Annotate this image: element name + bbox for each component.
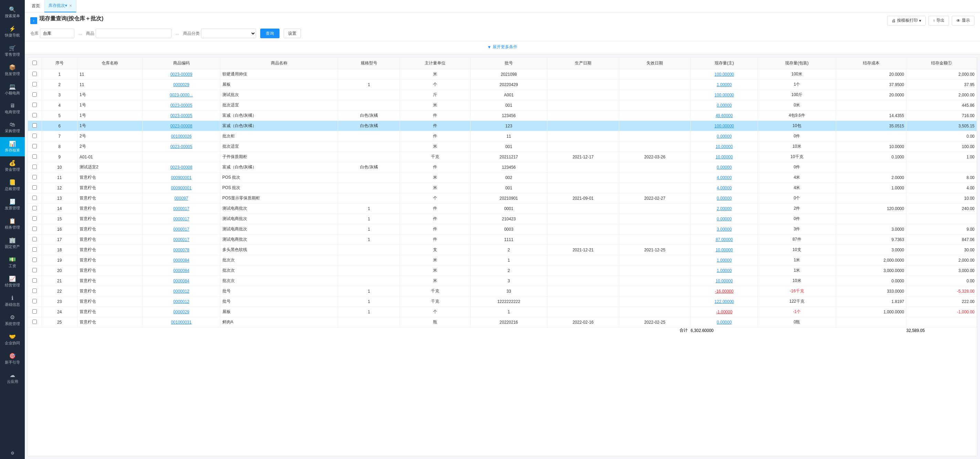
cell-qty-main[interactable]: 10.00000 xyxy=(690,245,757,255)
row-checkbox[interactable] xyxy=(32,103,37,107)
cell-qty-main[interactable]: 1.00000 xyxy=(690,255,757,266)
row-checkbox[interactable] xyxy=(32,154,37,159)
sidebar-item-assets[interactable]: 🏢 固定资产 xyxy=(0,233,25,253)
cell-qty-main[interactable]: 0.00000 xyxy=(690,162,757,172)
row-checkbox[interactable] xyxy=(32,288,37,293)
sidebar-item-invoice[interactable]: 🧾 发票管理 xyxy=(0,195,25,214)
cell-code[interactable]: 0023-00005 xyxy=(143,110,220,121)
cell-code[interactable]: 0000017 xyxy=(143,234,220,245)
cell-code[interactable]: 001000026 xyxy=(143,131,220,142)
sidebar-item-guide[interactable]: 🎯 新手引导 xyxy=(0,349,25,368)
cell-code[interactable]: 0023-0000... xyxy=(143,90,220,100)
sidebar-item-ledger[interactable]: 📒 总账管理 xyxy=(0,175,25,195)
sidebar-item-search[interactable]: 🔍 搜索菜单 xyxy=(0,3,25,22)
sidebar-item-retail[interactable]: 🛒 零售管理 xyxy=(0,41,25,61)
sidebar-item-operations[interactable]: 📈 经营管理 xyxy=(0,272,25,291)
display-button[interactable]: 👁 显示 xyxy=(952,16,975,26)
sidebar-settings[interactable]: ⚙ xyxy=(0,447,25,459)
cell-qty-main[interactable]: 0.00000 xyxy=(690,193,757,204)
nav-tab-home[interactable]: 首页 xyxy=(27,0,45,13)
sidebar-item-system[interactable]: ⚙ 系统管理 xyxy=(0,311,25,330)
setting-button[interactable]: 设置 xyxy=(284,29,301,38)
sidebar-item-basic-info[interactable]: ℹ 基础信息 xyxy=(0,291,25,311)
query-button[interactable]: 查询 xyxy=(260,29,280,38)
row-checkbox[interactable] xyxy=(32,258,37,262)
cell-qty-main[interactable]: 3.00000 xyxy=(690,224,757,234)
cell-qty-main[interactable]: 0.00000 xyxy=(690,214,757,224)
row-checkbox[interactable] xyxy=(32,206,37,210)
row-checkbox[interactable] xyxy=(32,72,37,76)
cell-qty-main[interactable]: 10.00000 xyxy=(690,152,757,162)
cell-code[interactable]: 001000031 xyxy=(143,317,220,327)
select-all-checkbox[interactable] xyxy=(32,61,37,65)
sidebar-item-wholesale[interactable]: 📦 批发管理 xyxy=(0,61,25,80)
cell-qty-main[interactable]: 0.00000 xyxy=(690,100,757,110)
row-checkbox[interactable] xyxy=(32,92,37,97)
cell-code[interactable]: 0000017 xyxy=(143,204,220,214)
cell-qty-main[interactable]: -16.00000 xyxy=(690,286,757,296)
cell-qty-main[interactable]: 0.00000 xyxy=(690,317,757,327)
cell-qty-main[interactable]: 100.00000 xyxy=(690,69,757,80)
cell-qty-main[interactable]: 100.00000 xyxy=(690,121,757,131)
cell-code[interactable]: 0000084 xyxy=(143,276,220,286)
print-button[interactable]: 🖨 按模板打印 ▾ xyxy=(887,16,926,26)
cell-qty-main[interactable]: 10.00000 xyxy=(690,142,757,152)
cell-code[interactable]: 0023-00008 xyxy=(143,121,220,131)
sidebar-item-cloud[interactable]: ☁ 云应用 xyxy=(0,368,25,388)
warehouse-dots[interactable]: ... xyxy=(78,31,82,36)
nav-tab-inventory-batch[interactable]: 库存批次▾ ✕ xyxy=(45,0,76,13)
row-checkbox[interactable] xyxy=(32,175,37,179)
cell-qty-main[interactable]: 10.00000 xyxy=(690,276,757,286)
row-checkbox[interactable] xyxy=(32,82,37,86)
nav-tab-close-icon[interactable]: ✕ xyxy=(69,4,72,8)
cell-code[interactable]: 0023-00005 xyxy=(143,142,220,152)
warehouse-input[interactable] xyxy=(40,29,74,38)
sidebar-item-collab[interactable]: 🤝 企业协同 xyxy=(0,330,25,349)
cell-code[interactable]: 0000017 xyxy=(143,214,220,224)
row-checkbox[interactable] xyxy=(32,278,37,283)
cell-code[interactable] xyxy=(143,152,220,162)
goods-dots[interactable]: ... xyxy=(175,31,179,36)
goods-input[interactable] xyxy=(96,29,172,38)
row-checkbox[interactable] xyxy=(32,185,37,190)
cell-code[interactable]: 0000017 xyxy=(143,224,220,234)
row-checkbox[interactable] xyxy=(32,123,37,128)
sidebar-item-tax[interactable]: 📋 税务管理 xyxy=(0,214,25,233)
sidebar-item-nav[interactable]: ⚡ 快捷导航 xyxy=(0,22,25,41)
category-select[interactable] xyxy=(201,29,256,38)
cell-qty-main[interactable]: 1.00000 xyxy=(690,266,757,276)
row-checkbox[interactable] xyxy=(32,320,37,324)
cell-code[interactable]: 0023-00009 xyxy=(143,69,220,80)
cell-code[interactable]: 0000029 xyxy=(143,80,220,90)
cell-qty-main[interactable]: 2.00000 xyxy=(690,204,757,214)
row-checkbox[interactable] xyxy=(32,144,37,148)
row-checkbox[interactable] xyxy=(32,226,37,231)
cell-qty-main[interactable]: 4.00000 xyxy=(690,183,757,193)
cell-qty-main[interactable]: 0.00000 xyxy=(690,131,757,142)
row-checkbox[interactable] xyxy=(32,237,37,241)
row-checkbox[interactable] xyxy=(32,216,37,221)
export-button[interactable]: ↑ 导出 xyxy=(928,16,949,26)
row-checkbox[interactable] xyxy=(32,134,37,138)
row-checkbox[interactable] xyxy=(32,196,37,200)
sidebar-item-purchase[interactable]: 🛍 采购管理 xyxy=(0,118,25,137)
cell-code[interactable]: 0023-00008 xyxy=(143,162,220,172)
sidebar-item-inventory[interactable]: 📊 库存核算 xyxy=(0,137,25,156)
cell-qty-main[interactable]: 122.00000 xyxy=(690,296,757,307)
cell-code[interactable]: 0000012 xyxy=(143,286,220,296)
row-checkbox[interactable] xyxy=(32,299,37,303)
cell-code[interactable]: 0000084 xyxy=(143,266,220,276)
cell-qty-main[interactable]: 87.00000 xyxy=(690,234,757,245)
cell-code[interactable]: 000097 xyxy=(143,193,220,204)
cell-qty-main[interactable]: 100.00000 xyxy=(690,90,757,100)
cell-code[interactable]: 0023-00005 xyxy=(143,100,220,110)
row-checkbox[interactable] xyxy=(32,268,37,273)
cell-code[interactable]: 0000012 xyxy=(143,296,220,307)
sidebar-item-finance[interactable]: 💰 资金管理 xyxy=(0,156,25,175)
expand-conditions-button[interactable]: ▼ 展开更多条件 xyxy=(485,43,520,51)
cell-code[interactable]: 0000078 xyxy=(143,245,220,255)
row-checkbox[interactable] xyxy=(32,309,37,314)
cell-code[interactable]: 0000084 xyxy=(143,255,220,266)
cell-code[interactable]: 000900001 xyxy=(143,183,220,193)
sidebar-item-ecommerce[interactable]: 🖥 电商管理 xyxy=(0,99,25,118)
